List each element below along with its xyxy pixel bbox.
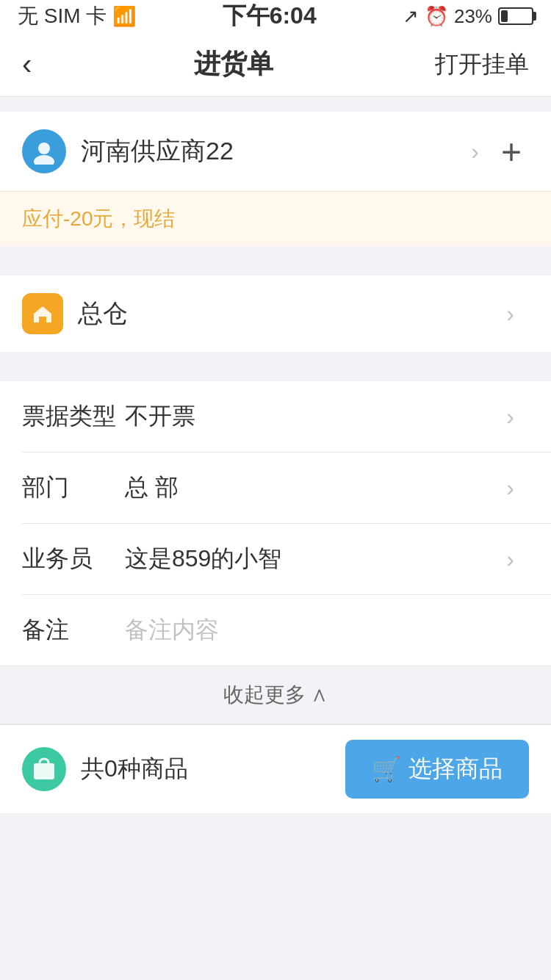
gap-2 bbox=[0, 246, 551, 261]
location-icon: ↗ bbox=[403, 5, 419, 28]
form-section: 票据类型 不开票 › 部门 总 部 › 业务员 这是859的小智 › 备注 备注… bbox=[0, 381, 551, 666]
invoice-type-row[interactable]: 票据类型 不开票 › bbox=[0, 381, 551, 452]
svg-point-1 bbox=[34, 155, 54, 165]
battery-percent: 23% bbox=[454, 5, 492, 28]
supplier-name: 河南供应商22 bbox=[81, 134, 471, 168]
warehouse-row[interactable]: 总仓 › bbox=[0, 275, 551, 352]
carrier-text: 无 SIM 卡 bbox=[18, 2, 107, 30]
remark-label: 备注 bbox=[22, 614, 125, 646]
select-product-button[interactable]: 🛒 选择商品 bbox=[345, 740, 529, 799]
alarm-icon: ⏰ bbox=[425, 5, 448, 28]
salesman-label: 业务员 bbox=[22, 543, 125, 575]
status-bar: 无 SIM 卡 📶 下午6:04 ↗ ⏰ 23% bbox=[0, 0, 551, 32]
select-product-label: 选择商品 bbox=[408, 753, 503, 785]
collapse-button[interactable]: 收起更多 ∧ bbox=[0, 666, 551, 724]
warehouse-chevron-icon: › bbox=[506, 300, 514, 328]
supplier-chevron-icon: › bbox=[471, 138, 479, 165]
supplier-section: 河南供应商22 › + 应付-20元，现结 bbox=[0, 112, 551, 246]
page-title: 进货单 bbox=[194, 46, 273, 82]
warehouse-name: 总仓 bbox=[78, 297, 506, 331]
svg-point-0 bbox=[38, 143, 50, 154]
salesman-value: 这是859的小智 bbox=[125, 543, 506, 575]
supplier-avatar bbox=[22, 129, 66, 173]
gap-1 bbox=[0, 97, 551, 112]
status-left: 无 SIM 卡 📶 bbox=[18, 2, 136, 30]
status-right: ↗ ⏰ 23% bbox=[403, 5, 533, 28]
status-time: 下午6:04 bbox=[223, 0, 317, 32]
gap-3 bbox=[0, 352, 551, 367]
department-label: 部门 bbox=[22, 472, 125, 504]
nav-bar: ‹ 进货单 打开挂单 bbox=[0, 32, 551, 97]
open-pending-button[interactable]: 打开挂单 bbox=[435, 48, 529, 81]
svg-rect-2 bbox=[39, 317, 46, 323]
add-supplier-button[interactable]: + bbox=[494, 131, 529, 172]
department-row[interactable]: 部门 总 部 › bbox=[0, 453, 551, 523]
supplier-notice: 应付-20元，现结 bbox=[0, 191, 551, 246]
battery-icon bbox=[498, 7, 533, 25]
product-icon bbox=[22, 747, 66, 791]
wifi-icon: 📶 bbox=[112, 5, 136, 28]
remark-row[interactable]: 备注 备注内容 bbox=[0, 595, 551, 666]
svg-rect-3 bbox=[34, 763, 54, 779]
remark-input[interactable]: 备注内容 bbox=[125, 614, 529, 646]
content-area: 河南供应商22 › + 应付-20元，现结 总仓 › 票据类型 不开票 › bbox=[0, 97, 551, 813]
warehouse-icon bbox=[22, 293, 63, 334]
department-chevron-icon: › bbox=[506, 475, 514, 502]
warehouse-section: 总仓 › bbox=[0, 275, 551, 352]
salesman-row[interactable]: 业务员 这是859的小智 › bbox=[0, 524, 551, 594]
invoice-chevron-icon: › bbox=[506, 403, 514, 430]
invoice-type-label: 票据类型 bbox=[22, 400, 125, 433]
department-value: 总 部 bbox=[125, 472, 506, 504]
bottom-bar: 共0种商品 🛒 选择商品 bbox=[0, 724, 551, 813]
back-button[interactable]: ‹ bbox=[22, 48, 32, 81]
salesman-chevron-icon: › bbox=[506, 546, 514, 573]
cart-icon: 🛒 bbox=[372, 755, 401, 783]
product-count-text: 共0种商品 bbox=[81, 753, 345, 785]
supplier-row[interactable]: 河南供应商22 › + bbox=[0, 112, 551, 191]
invoice-type-value: 不开票 bbox=[125, 400, 506, 433]
